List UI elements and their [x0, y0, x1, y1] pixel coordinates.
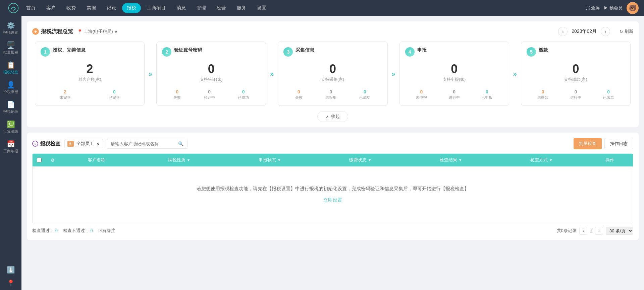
fullscreen-button[interactable]: ⛶ 全屏: [586, 5, 600, 11]
arrow-sep-1: »: [147, 42, 154, 106]
step-5-stats: 0 未缴款 0 进行中 0 已缴款: [527, 89, 625, 100]
check-method-filter-icon: ▼: [549, 158, 553, 162]
refresh-button[interactable]: ↻ 刷新: [620, 28, 633, 34]
step-4-number: 4: [405, 47, 415, 57]
col-declaration-status[interactable]: 申报状态 ▼: [224, 154, 315, 166]
step-4-body: 0 支持申报(家): [405, 59, 503, 85]
step-1-count: 2: [41, 62, 139, 76]
pass-count[interactable]: 0: [55, 228, 58, 233]
batch-check-button[interactable]: 批量检查: [574, 138, 602, 149]
table-footer: 检查通过： 0 检查不通过： 0 ☑有备注 共0条记录 ‹ 1 › 30 条/页: [32, 223, 633, 235]
sidebar-item-tax-settings[interactable]: ⚙️ 报税设置: [0, 19, 21, 39]
step-card-1: 1 授权、完善信息 2 总客户数(家) 2 未完善 0 已完善: [35, 42, 145, 106]
col-customer-name[interactable]: 客户名称: [59, 154, 134, 166]
col-payment-status[interactable]: 缴费状态 ▼: [315, 154, 406, 166]
check-result-filter-icon: ▼: [459, 158, 462, 162]
steps-row: 1 授权、完善信息 2 总客户数(家) 2 未完善 0 已完善: [32, 42, 633, 106]
col-check-method[interactable]: 检查方式 ▼: [496, 154, 587, 166]
sidebar-item-annual-report[interactable]: 📅 工商年报: [0, 137, 21, 157]
step-2-label: 支持验证(家): [162, 77, 260, 82]
col-check-result[interactable]: 检查结果 ▼: [406, 154, 496, 166]
nav-operation[interactable]: 经营: [212, 3, 231, 13]
step-5-count: 0: [527, 62, 625, 76]
location-badge[interactable]: 📍 上海(电子税局) ∨: [77, 28, 118, 34]
nav-fee[interactable]: 收费: [62, 3, 80, 13]
employee-dropdown-icon: ∨: [97, 141, 100, 146]
step-1-stat-0: 2 未完善: [60, 89, 71, 100]
nav-message[interactable]: 消息: [172, 3, 191, 13]
nav-settings[interactable]: 设置: [252, 3, 271, 13]
nav-home[interactable]: 首页: [21, 3, 40, 13]
settings-header: ⚙: [46, 154, 59, 166]
step-3-stats: 0 失败 0 未采集 0 已成功: [283, 89, 382, 100]
step-3-stat-1: 0 未采集: [325, 89, 336, 100]
empty-state: 若您想使用报税检查功能，请先在【报税设置】中进行报税的初始化设置，完成密码验证和…: [35, 170, 630, 219]
chevron-up-icon: ∧: [326, 114, 329, 119]
step-2-stat-0: 0 失败: [173, 89, 181, 100]
employee-select[interactable]: 图 全部员工 ∨: [64, 139, 103, 148]
month-navigation: ‹ 2023年02月 ›: [558, 27, 610, 36]
empty-state-row: 若您想使用报税检查功能，请先在【报税设置】中进行报税的初始化设置，完成密码验证和…: [33, 166, 633, 223]
sidebar-item-annual-settlement[interactable]: 💹 汇算清缴: [0, 118, 21, 137]
tax-nature-filter-icon: ▼: [187, 158, 191, 162]
search-button[interactable]: 🔍: [175, 139, 187, 148]
collapse-button[interactable]: ∧ 收起: [317, 111, 348, 122]
top-right-actions: ⛶ 全屏 ▶ 畅会员 🐻: [586, 2, 639, 14]
step-2-header: 2 验证账号密码: [162, 47, 260, 59]
app-logo: [5, 3, 21, 13]
sidebar-item-tax-record[interactable]: 📄 报税记录: [0, 98, 21, 118]
nav-commerce[interactable]: 工商项目: [142, 3, 170, 13]
per-page-select[interactable]: 30 条/页: [606, 227, 633, 235]
fail-label: 检查不通过： 0: [63, 228, 93, 234]
step-5-header: 5 缴款: [527, 47, 625, 59]
sidebar: ⚙️ 报税设置 🖥️ 批量报税 📋 报税总览 👤 个税申报 📄 报税记录 💹 汇…: [0, 16, 21, 290]
sidebar-item-location[interactable]: 📍: [5, 277, 16, 290]
nav-invoice[interactable]: 票据: [82, 3, 101, 13]
prev-page-button[interactable]: ‹: [579, 227, 587, 235]
step-card-3: 3 采集信息 0 支持采集(家) 0 失败 0 未采集: [278, 42, 387, 106]
step-1-body: 2 总客户数(家): [41, 59, 139, 85]
prev-month-button[interactable]: ‹: [558, 27, 568, 36]
step-3-stat-2: 0 已成功: [359, 89, 370, 100]
tax-overview-icon: 📋: [7, 62, 15, 68]
check-actions: 批量检查 操作日志: [574, 138, 633, 149]
search-input[interactable]: [107, 139, 175, 148]
next-month-button[interactable]: ›: [601, 27, 610, 36]
step-1-number: 1: [41, 47, 50, 57]
download-icon: ⬇️: [7, 267, 15, 273]
col-tax-nature[interactable]: 纳税性质 ▼: [134, 154, 224, 166]
step-2-body: 0 支持验证(家): [162, 59, 260, 85]
member-button[interactable]: ▶ 畅会员: [604, 5, 623, 11]
select-all-checkbox[interactable]: [37, 158, 42, 162]
step-2-stat-1: 0 验证中: [204, 89, 215, 100]
setting-link[interactable]: 立即设置: [323, 197, 342, 203]
sidebar-item-batch-tax[interactable]: 🖥️ 批量报税: [0, 39, 21, 58]
step-2-count: 0: [162, 62, 260, 76]
annual-settlement-icon: 💹: [7, 121, 15, 128]
next-page-button[interactable]: ›: [595, 227, 603, 235]
check-title-icon: ○: [32, 141, 38, 147]
nav-tax[interactable]: 报税: [122, 3, 141, 13]
select-all-header[interactable]: [33, 154, 46, 166]
check-table: ⚙ 客户名称 纳税性质 ▼ 申报状态 ▼ 缴费状态: [33, 154, 633, 223]
check-header: ○ 报税检查 图 全部员工 ∨ 🔍 批量检查 操作日志: [32, 138, 633, 149]
declaration-filter-icon: ▼: [277, 158, 281, 162]
step-5-label: 支持缴款(家): [527, 77, 625, 82]
step-3-name: 采集信息: [296, 47, 314, 53]
check-table-container: ⚙ 客户名称 纳税性质 ▼ 申报状态 ▼ 缴费状态: [32, 153, 633, 223]
sidebar-item-tax-overview[interactable]: 📋 报税总览: [0, 58, 21, 78]
nav-accounting[interactable]: 记账: [102, 3, 121, 13]
search-box[interactable]: 🔍: [107, 139, 187, 149]
nav-manage[interactable]: 管理: [192, 3, 211, 13]
fail-count[interactable]: 0: [90, 228, 93, 233]
step-card-2: 2 验证账号密码 0 支持验证(家) 0 失败 0 验证中: [156, 42, 266, 106]
step-4-name: 申报: [417, 47, 427, 53]
sidebar-item-download[interactable]: ⬇️: [5, 263, 16, 277]
sidebar-item-personal-tax[interactable]: 👤 个税申报: [0, 78, 21, 98]
check-section: ○ 报税检查 图 全部员工 ∨ 🔍 批量检查 操作日志: [27, 133, 639, 240]
nav-service[interactable]: 服务: [232, 3, 251, 13]
step-2-stats: 0 失败 0 验证中 0 已成功: [162, 89, 260, 100]
operation-log-button[interactable]: 操作日志: [604, 138, 633, 149]
step-4-stat-1: 0 进行中: [449, 89, 460, 100]
nav-customer[interactable]: 客户: [42, 3, 60, 13]
